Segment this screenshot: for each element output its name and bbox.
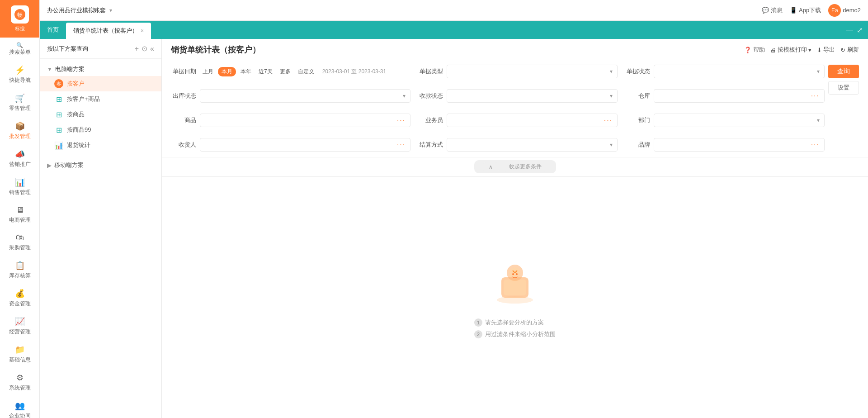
sidebar-item-basic-info[interactable]: 📁 基础信息 bbox=[0, 340, 39, 368]
sidebar-item-ecommerce[interactable]: 🖥 电商管理 bbox=[0, 201, 39, 228]
sidebar-item-marketing[interactable]: 📣 营销推广 bbox=[0, 145, 39, 173]
tab-close-icon[interactable]: × bbox=[141, 28, 144, 34]
collapse-panel-icon[interactable]: « bbox=[150, 45, 154, 53]
scheme-item-customer-goods[interactable]: ⊞ 按客户+商品 bbox=[40, 91, 161, 107]
receiver-item: 收货人 ··· bbox=[171, 138, 410, 152]
payment-status-select[interactable]: ▾ bbox=[447, 89, 618, 103]
order-status-select[interactable]: ▾ bbox=[654, 65, 825, 78]
scheme-item-goods99[interactable]: ⊞ 按商品99 bbox=[40, 122, 161, 138]
sidebar-item-enterprise[interactable]: 👥 企业协同 bbox=[0, 396, 39, 418]
help-label: 帮助 bbox=[753, 46, 765, 54]
hint-1: 1 请先选择要分析的方案 bbox=[474, 318, 556, 327]
sidebar-item-search[interactable]: 🔍 搜索菜单 bbox=[0, 38, 39, 61]
date-filter-item: 单据日期 上月 本月 本年 近7天 更多 自定义 bbox=[171, 67, 410, 76]
date-label: 单据日期 bbox=[171, 67, 196, 76]
goods-select[interactable]: ··· bbox=[200, 114, 410, 127]
desktop-scheme-group-header[interactable]: ▼ 电脑端方案 bbox=[40, 62, 161, 76]
page-content: 按以下方案查询 + ⊙ « ▼ 电脑端方案 客 按客户 ⊞ 按客户 bbox=[40, 39, 868, 418]
export-button[interactable]: ⬇ 导出 bbox=[817, 46, 835, 54]
retail-icon: 🛒 bbox=[15, 93, 25, 103]
add-scheme-icon[interactable]: + bbox=[135, 45, 139, 53]
maximize-icon[interactable]: ⤢ bbox=[857, 26, 863, 34]
help-button[interactable]: ❓ 帮助 bbox=[744, 46, 765, 54]
industry-label: 办公用品行业模拟账套 bbox=[47, 6, 106, 14]
date-control: 上月 本月 本年 近7天 更多 自定义 2023-03-01 至 2023-03… bbox=[200, 67, 410, 76]
filter-main-row: 单据日期 上月 本月 本年 近7天 更多 自定义 bbox=[171, 65, 859, 152]
sales-icon: 📊 bbox=[15, 177, 25, 187]
salesperson-select[interactable]: ··· bbox=[447, 114, 618, 127]
minimize-icon[interactable]: — bbox=[846, 26, 853, 34]
sidebar-item-sales[interactable]: 📊 销售管理 bbox=[0, 173, 39, 201]
sidebar-logo[interactable]: 畅 标搜 bbox=[0, 0, 39, 38]
collapse-bar[interactable]: ∧ 收起更多条件 bbox=[162, 157, 868, 176]
collapse-label: ∧ 收起更多条件 bbox=[474, 160, 556, 173]
tab-sales-stats[interactable]: 销货单统计表（按客户） × bbox=[66, 23, 151, 39]
sidebar-item-purchase[interactable]: 🛍 采购管理 bbox=[0, 228, 39, 256]
order-status-arrow-icon: ▾ bbox=[817, 68, 820, 75]
tabs-bar: 首页 销货单统计表（按客户） × — ⤢ bbox=[40, 21, 868, 39]
scheme-item-customer[interactable]: 客 按客户 bbox=[40, 76, 161, 91]
date-tab-custom[interactable]: 自定义 bbox=[295, 67, 317, 76]
brand-item: 品牌 ··· bbox=[625, 138, 825, 152]
order-type-select[interactable]: ▾ bbox=[447, 65, 618, 78]
print-button[interactable]: 🖨 按模板打印 ▾ bbox=[770, 46, 811, 54]
mobile-scheme-group: ▶ 移动端方案 bbox=[40, 157, 161, 174]
scheme-returns-label: 退货统计 bbox=[67, 141, 90, 149]
date-tab-more[interactable]: 更多 bbox=[277, 67, 293, 76]
date-tabs: 上月 本月 本年 近7天 更多 自定义 bbox=[200, 67, 317, 76]
hint-num-1: 1 bbox=[474, 318, 482, 327]
svg-point-9 bbox=[512, 273, 514, 275]
query-button[interactable]: 查询 bbox=[828, 65, 859, 78]
user-item[interactable]: Ea demo2 bbox=[828, 4, 861, 17]
payment-status-item: 收款状态 ▾ bbox=[418, 89, 618, 103]
sidebar-item-quicknav[interactable]: ⚡ 快捷导航 bbox=[0, 61, 39, 89]
brand-select[interactable]: ··· bbox=[654, 138, 825, 152]
refresh-button[interactable]: ↻ 刷新 bbox=[840, 46, 859, 54]
department-item: 部门 ▾ bbox=[625, 114, 825, 127]
warehouse-dots-icon: ··· bbox=[811, 92, 820, 100]
department-select[interactable]: ▾ bbox=[654, 114, 825, 127]
settlement-select[interactable]: ▾ bbox=[447, 138, 618, 152]
warehouse-select[interactable]: ··· bbox=[654, 89, 825, 103]
warehouse-label: 仓库 bbox=[625, 92, 650, 100]
salesperson-label: 业务员 bbox=[418, 116, 443, 124]
date-tab-thisyear[interactable]: 本年 bbox=[238, 67, 254, 76]
mobile-scheme-group-header[interactable]: ▶ 移动端方案 bbox=[40, 158, 161, 172]
sidebar-item-wholesale[interactable]: 📦 批发管理 bbox=[0, 117, 39, 145]
industry-dropdown-icon[interactable]: ▾ bbox=[109, 7, 112, 14]
sidebar-item-operations[interactable]: 📈 经营管理 bbox=[0, 312, 39, 340]
returns-icon: 📊 bbox=[54, 141, 63, 150]
empty-state: 1 请先选择要分析的方案 2 用过滤条件来缩小分析范围 bbox=[162, 177, 868, 418]
scheme-item-returns[interactable]: 📊 退货统计 bbox=[40, 138, 161, 153]
date-tab-thismonth[interactable]: 本月 bbox=[218, 67, 236, 76]
collapse-text: 收起更多条件 bbox=[502, 162, 549, 172]
sidebar-item-finance[interactable]: 💰 资金管理 bbox=[0, 284, 39, 312]
svg-text:畅: 畅 bbox=[17, 12, 23, 18]
message-label: 消息 bbox=[771, 6, 783, 14]
settings-scheme-icon[interactable]: ⊙ bbox=[142, 44, 147, 53]
salesperson-dots-icon: ··· bbox=[604, 116, 613, 124]
scheme-goods-label: 按商品 bbox=[67, 110, 85, 119]
mobile-scheme-label: 移动端方案 bbox=[54, 161, 84, 169]
sidebar-item-retail[interactable]: 🛒 零售管理 bbox=[0, 89, 39, 117]
tab-home[interactable]: 首页 bbox=[40, 21, 66, 39]
app-download-icon: 📱 bbox=[790, 7, 797, 14]
stock-status-select[interactable]: ▾ bbox=[200, 89, 410, 103]
scheme-item-goods[interactable]: ⊞ 按商品 bbox=[40, 107, 161, 122]
mobile-group-arrow-icon: ▶ bbox=[47, 162, 52, 169]
settings-button[interactable]: 设置 bbox=[828, 81, 859, 95]
sidebar-ecommerce-label: 电商管理 bbox=[9, 216, 31, 224]
scheme-goods99-label: 按商品99 bbox=[67, 126, 91, 134]
date-tab-7days[interactable]: 近7天 bbox=[256, 67, 275, 76]
settlement-label: 结算方式 bbox=[418, 141, 443, 149]
sidebar-sales-label: 销售管理 bbox=[9, 189, 31, 196]
receiver-select[interactable]: ··· bbox=[200, 138, 410, 152]
date-range: 2023-03-01 至 2023-03-31 bbox=[322, 68, 386, 76]
sidebar-item-inventory[interactable]: 📋 库存核算 bbox=[0, 256, 39, 284]
message-item[interactable]: 💬 消息 bbox=[762, 6, 783, 14]
sidebar-item-system[interactable]: ⚙ 系统管理 bbox=[0, 368, 39, 396]
app-download-item[interactable]: 📱 App下载 bbox=[790, 6, 821, 14]
customer-goods-icon: ⊞ bbox=[54, 95, 63, 104]
date-tab-lastmonth[interactable]: 上月 bbox=[200, 67, 216, 76]
sidebar-quicknav-label: 快捷导航 bbox=[9, 76, 31, 84]
